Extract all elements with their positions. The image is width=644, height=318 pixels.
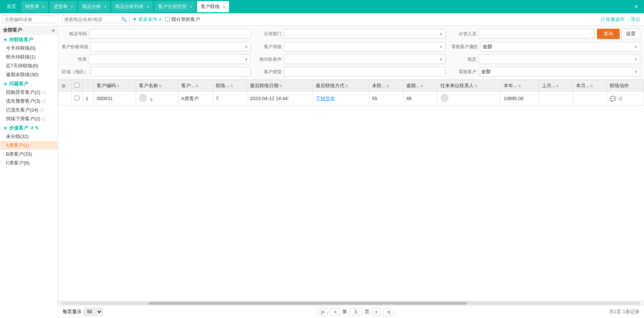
page-number-input[interactable] xyxy=(349,308,362,315)
th-company-contact[interactable]: 往来单位联系人⇅ xyxy=(437,80,501,92)
filter-row-retail-cust: 零散客户 全部 ▼ xyxy=(451,67,640,77)
page-size-select[interactable]: 50 100 200 xyxy=(84,308,103,316)
th-this-month[interactable]: 本月...⇅ xyxy=(573,80,607,92)
first-page-button[interactable]: |< xyxy=(318,308,328,316)
sidebar-item-7day-pending[interactable]: 近7天待联络(0) xyxy=(0,61,58,70)
main-search-box[interactable]: 🔍 xyxy=(62,15,129,23)
th-contact-count[interactable]: 联络...⇅ xyxy=(213,80,247,92)
sidebar-item-overdue-pending[interactable]: 逾期未联络(30) xyxy=(0,70,58,79)
filter-select-payment[interactable]: ▼ xyxy=(284,54,446,64)
action-icons-container: 💬 ⊞ xyxy=(610,96,641,102)
filter-row-manager: 分管人员 ··· 查询 设置 xyxy=(451,29,640,39)
nav-tab-analysis-list[interactable]: 商品分析列表 × xyxy=(111,1,153,12)
filter-select-status[interactable]: ▼ xyxy=(479,54,640,64)
sidebar-item-a-class[interactable]: A类客户(1) xyxy=(0,141,58,150)
sidebar-group-value[interactable]: ▼ 价值客户 ↺ ✎ xyxy=(0,123,58,132)
company-contact-avatar xyxy=(440,94,448,102)
td-checkbox[interactable] xyxy=(72,92,83,106)
page-sep: 页 xyxy=(365,308,369,315)
next-page-button[interactable]: > xyxy=(372,308,381,316)
filter-select-retail-attr[interactable]: 全部 ▼ xyxy=(480,42,640,52)
close-tab-customer-contact-icon[interactable]: × xyxy=(223,4,225,9)
sidebar-search-box[interactable]: 🔍 xyxy=(2,15,56,23)
last-page-button[interactable]: >| xyxy=(383,308,394,316)
th-last-month[interactable]: 上月...⇅ xyxy=(539,80,573,92)
th-gear: ⚙ xyxy=(58,80,72,92)
td-last-method[interactable]: 下销货单 xyxy=(313,92,369,106)
query-button[interactable]: 查询 xyxy=(597,29,620,39)
main-search-icon[interactable]: 🔍 xyxy=(121,17,127,22)
sidebar-item-b-class[interactable]: B类客户(33) xyxy=(0,150,58,159)
app-close-button[interactable]: × xyxy=(631,3,641,11)
sidebar-item-c-class[interactable]: C类客户(6) xyxy=(0,159,58,167)
th-grade[interactable]: 客户...⇅ xyxy=(178,80,212,92)
main-search-input[interactable] xyxy=(64,17,119,22)
nav-home[interactable]: 首页 xyxy=(3,3,20,10)
sidebar-collapse-icon[interactable]: « xyxy=(52,27,55,33)
sidebar-group-pending[interactable]: ▼ 待联络客户 xyxy=(0,35,58,44)
nav-tab-analysis[interactable]: 商品分析 × xyxy=(78,1,110,12)
chevron-down-retail-cust-icon: ▼ xyxy=(634,70,638,74)
filter-select-price-grade[interactable]: ▼ xyxy=(90,42,251,52)
horizontal-scrollbar[interactable] xyxy=(58,301,644,305)
th-name[interactable]: 客户名称⇅ xyxy=(136,80,178,92)
sidebar-item-today-pending[interactable]: 今天待联络(0) xyxy=(0,44,58,53)
nav-tab-customer-tier[interactable]: 客户分层经营 × xyxy=(154,1,196,12)
th-last-date[interactable]: 最后联络日期⇅ xyxy=(247,80,313,92)
sidebar-item-churned[interactable]: 已流失客户(24) ⓘ xyxy=(0,106,58,114)
td-last-month xyxy=(539,92,573,106)
filter-input-cust-type[interactable] xyxy=(284,67,446,77)
filter-select-dept[interactable]: ▼ xyxy=(284,29,446,39)
sidebar-item-abnormal[interactable]: 回购异常客户(2) ⓘ xyxy=(0,88,58,97)
filter-select-retail-cust[interactable]: 全部 ▼ xyxy=(479,67,640,77)
all-customers-header[interactable]: 全部客户 « xyxy=(0,25,58,35)
scrollbar-thumb[interactable] xyxy=(149,302,467,305)
select-all-checkbox[interactable] xyxy=(75,83,79,88)
filter-select-nature[interactable]: ▼ xyxy=(89,54,251,64)
close-tab-sales-icon[interactable]: × xyxy=(42,4,44,9)
chat-icon[interactable]: 💬 xyxy=(610,96,616,102)
filter-label-payment: 收付款条件 xyxy=(257,56,282,63)
td-index: 1 xyxy=(83,92,94,106)
close-tab-customer-tier-icon[interactable]: × xyxy=(190,4,192,9)
my-customers-checkbox[interactable]: 我分管的客户 xyxy=(165,16,200,23)
filter-input-phone[interactable] xyxy=(89,29,251,39)
th-last-method[interactable]: 最后联络方式⇅ xyxy=(313,80,369,92)
sidebar-search-input[interactable] xyxy=(5,17,58,22)
close-tab-analysis-list-icon[interactable]: × xyxy=(147,4,149,9)
last-method-link[interactable]: 下销货单 xyxy=(316,96,335,101)
table-settings-icon[interactable]: ⚙ xyxy=(61,83,66,89)
total-label: 共1页 1条记录 xyxy=(609,309,640,314)
settings-button[interactable]: 设置 xyxy=(621,29,640,39)
filter-select-cust-grade[interactable]: ▼ xyxy=(284,42,446,52)
more-filter-button[interactable]: ▼ 更多条件 ∧ xyxy=(132,16,162,23)
close-tab-analysis-icon[interactable]: × xyxy=(104,4,106,9)
export-button[interactable]: ↑ 导出 xyxy=(628,16,641,23)
nav-tab-customer-contact[interactable]: 客户联络 × xyxy=(197,1,229,12)
filter-icon: ▼ xyxy=(132,17,137,22)
filter-select-region[interactable]: ··· xyxy=(90,67,251,77)
th-code[interactable]: 客户编码⇅ xyxy=(94,80,136,92)
row-checkbox[interactable] xyxy=(75,96,79,100)
nav-tab-purchase[interactable]: 进货单 × xyxy=(50,1,76,12)
qr-icon[interactable]: ⊞ xyxy=(618,96,623,102)
value-group-edit-icon[interactable]: ✎ xyxy=(35,126,39,131)
batch-operation-button[interactable]: ☑ 批量操作 xyxy=(601,16,625,23)
value-group-refresh-icon[interactable]: ↺ xyxy=(30,126,33,131)
th-this-year[interactable]: 本年...⇅ xyxy=(500,80,539,92)
filter-row-retail-attr: 零散客户属性 全部 ▼ xyxy=(451,42,640,52)
close-tab-purchase-icon[interactable]: × xyxy=(71,4,73,9)
export-icon: ↑ xyxy=(628,17,630,22)
sidebar-item-churn-warning[interactable]: 流失预警客户(3) ⓘ xyxy=(0,97,58,106)
prev-page-button[interactable]: < xyxy=(330,308,340,316)
nav-tab-sales[interactable]: 销售单 × xyxy=(21,1,48,12)
th-overdue[interactable]: 逾期...⇅ xyxy=(403,80,437,92)
sidebar-group-problem[interactable]: ▼ 问题客户 xyxy=(0,79,58,88)
sidebar-item-ungrouped[interactable]: 未分组(32) xyxy=(0,132,58,141)
th-uncontacted[interactable]: 未联...⇅ xyxy=(369,80,403,92)
sidebar-item-declining[interactable]: 持续下滑客户(2) ⓘ xyxy=(0,114,58,123)
td-code[interactable]: 000031 xyxy=(94,92,136,106)
my-customers-check[interactable] xyxy=(165,17,170,22)
sidebar-item-tomorrow-pending[interactable]: 明天待联络(1) xyxy=(0,53,58,61)
filter-select-manager[interactable]: ··· xyxy=(479,29,595,39)
